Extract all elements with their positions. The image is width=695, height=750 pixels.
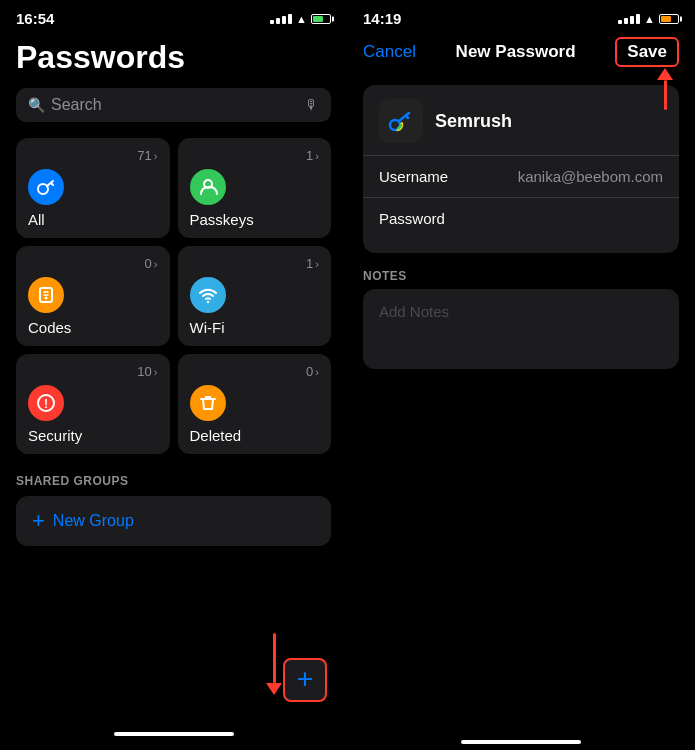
wifi-icon [190, 277, 226, 313]
status-bar-right: 14:19 ▲ [347, 0, 695, 31]
status-icons-left: ▲ [270, 13, 331, 25]
password-label: Password [379, 210, 445, 227]
home-indicator-right [461, 740, 581, 744]
wifi-icon-right: ▲ [644, 13, 655, 25]
all-count: 71 [137, 148, 151, 163]
chevron-icon: › [315, 150, 319, 162]
home-indicator [114, 732, 234, 736]
password-row[interactable]: Password [379, 198, 663, 239]
codes-label: Codes [28, 319, 158, 336]
right-content: Semrush Username kanika@beebom.com Passw… [347, 77, 695, 750]
security-icon: ! [28, 385, 64, 421]
username-value: kanika@beebom.com [518, 168, 663, 185]
chevron-icon: › [154, 258, 158, 270]
left-content: Passwords 🔍 Search 🎙 71 › [0, 31, 347, 750]
add-icon: + [297, 665, 313, 693]
mic-icon: 🎙 [305, 97, 319, 113]
grid-item-security[interactable]: 10 › ! Security [16, 354, 170, 454]
new-group-button[interactable]: + New Group [16, 496, 331, 546]
shared-groups-label: SHARED GROUPS [16, 474, 331, 488]
cancel-button[interactable]: Cancel [363, 42, 416, 62]
status-time-left: 16:54 [16, 10, 54, 27]
page-title: Passwords [16, 39, 331, 76]
add-password-button[interactable]: + [283, 658, 327, 702]
status-icons-right: ▲ [618, 13, 679, 25]
deleted-icon [190, 385, 226, 421]
grid-item-passkeys[interactable]: 1 › Passkeys [178, 138, 332, 238]
notes-section: NOTES Add Notes [363, 269, 679, 369]
grid-item-codes[interactable]: 0 › Codes [16, 246, 170, 346]
deleted-count: 0 [306, 364, 313, 379]
right-panel: 14:19 ▲ Cancel New Password Save [347, 0, 695, 750]
svg-point-5 [45, 297, 48, 300]
grid-item-all[interactable]: 71 › All [16, 138, 170, 238]
wifi-label: Wi-Fi [190, 319, 320, 336]
wifi-icon-left: ▲ [296, 13, 307, 25]
battery-icon-left [311, 14, 331, 24]
nav-bar: Cancel New Password Save [347, 31, 695, 77]
arrow-to-save [657, 68, 673, 110]
passkeys-icon [190, 169, 226, 205]
passkeys-count: 1 [306, 148, 313, 163]
signal-icon [270, 14, 292, 24]
username-row[interactable]: Username kanika@beebom.com [379, 156, 663, 197]
grid-item-deleted[interactable]: 0 › Deleted [178, 354, 332, 454]
svg-line-2 [51, 183, 53, 185]
search-input[interactable]: Search [51, 96, 305, 114]
status-bar-left: 16:54 ▲ [0, 0, 347, 31]
chevron-icon: › [315, 258, 319, 270]
save-button[interactable]: Save [615, 37, 679, 67]
signal-icon-right [618, 14, 640, 24]
chevron-icon: › [315, 366, 319, 378]
password-grid: 71 › All 1 › [16, 138, 331, 454]
grid-item-wifi[interactable]: 1 › Wi-Fi [178, 246, 332, 346]
codes-count: 0 [145, 256, 152, 271]
new-group-text: New Group [53, 512, 134, 530]
security-count: 10 [137, 364, 151, 379]
notes-box[interactable]: Add Notes [363, 289, 679, 369]
all-label: All [28, 211, 158, 228]
nav-title: New Password [456, 42, 576, 62]
bottom-bar-left: + [0, 658, 347, 750]
codes-icon [28, 277, 64, 313]
svg-text:!: ! [44, 397, 48, 411]
app-name: Semrush [435, 111, 512, 132]
svg-line-11 [406, 115, 408, 118]
passkeys-label: Passkeys [190, 211, 320, 228]
app-icon [379, 99, 423, 143]
search-icon: 🔍 [28, 97, 45, 113]
plus-icon: + [32, 510, 45, 532]
svg-point-6 [206, 301, 208, 303]
chevron-icon: › [154, 366, 158, 378]
status-time-right: 14:19 [363, 10, 401, 27]
wifi-count: 1 [306, 256, 313, 271]
battery-icon-right [659, 14, 679, 24]
search-bar[interactable]: 🔍 Search 🎙 [16, 88, 331, 122]
app-header: Semrush [379, 99, 663, 143]
chevron-icon: › [154, 150, 158, 162]
deleted-label: Deleted [190, 427, 320, 444]
notes-placeholder: Add Notes [379, 303, 449, 320]
left-panel: 16:54 ▲ Passwords 🔍 Search 🎙 7 [0, 0, 347, 750]
app-entry-card: Semrush Username kanika@beebom.com Passw… [363, 85, 679, 253]
notes-section-label: NOTES [363, 269, 679, 283]
security-label: Security [28, 427, 158, 444]
username-label: Username [379, 168, 448, 185]
all-icon [28, 169, 64, 205]
